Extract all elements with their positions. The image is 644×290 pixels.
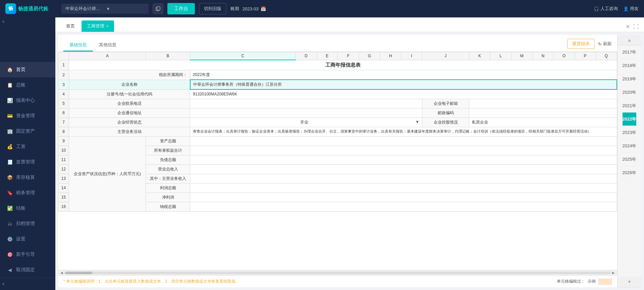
sidebar-scroll-down[interactable]: ▼ xyxy=(0,281,7,287)
cell-business-value[interactable]: 审查企业会计报表；出具审计报告；验证企业资本；出具验资报告；办理企业合开、分立、… xyxy=(190,127,617,136)
sidebar-item-inventory[interactable]: 📦库存核算 xyxy=(0,170,55,185)
tab-home[interactable]: 首页 xyxy=(61,20,80,32)
copy-button[interactable] xyxy=(153,3,163,14)
close-window-button[interactable]: ✕ xyxy=(626,23,630,30)
table-row: 4 注册号/统一社会信用代码 91320100MA208E5W6K xyxy=(58,89,617,99)
col-header-p: P xyxy=(575,52,596,60)
home-icon: 🏠 xyxy=(7,67,13,73)
sidebar-item-home[interactable]: 🏠首页 xyxy=(0,62,55,77)
sidebar-item-tax-mgmt[interactable]: 🔖税务管理 xyxy=(0,185,55,201)
col-header-i: I xyxy=(401,52,422,60)
sidebar-item-cancel-fix[interactable]: ◀取消固定 xyxy=(0,262,55,278)
sidebar-item-fund-mgmt[interactable]: 💳资金管理 xyxy=(0,108,55,124)
cell-control-value[interactable]: 私营企业 xyxy=(469,118,617,127)
workbench-button[interactable]: 工作台 xyxy=(167,3,195,14)
sidebar-items: 🏠首页📋总账📊报表中心💳资金管理🏢固定资产💰工资🧾发票管理📦库存核算🔖税务管理✅… xyxy=(0,62,55,278)
sidebar-item-invoice-mgmt[interactable]: 🧾发票管理 xyxy=(0,154,55,170)
year-item[interactable]: 2025年 xyxy=(623,153,637,166)
title-cell[interactable]: 工商年报信息表 xyxy=(69,60,617,70)
sidebar-item-label: 库存核算 xyxy=(16,174,35,180)
left-panel: 基础信息 其他信息 重置报表 ↻ 刷新 xyxy=(58,35,617,287)
sidebar-item-new-guide[interactable]: 🎯新手引导 xyxy=(0,247,55,262)
year-item[interactable]: 2021年 xyxy=(623,99,637,113)
cell-phone-value[interactable] xyxy=(190,99,422,108)
cell-equity-value[interactable] xyxy=(190,146,617,155)
cell-postcode-value[interactable] xyxy=(469,108,617,118)
col-header-n: N xyxy=(532,52,553,60)
user-menu[interactable]: 👤 用友 xyxy=(623,6,639,12)
consult-button[interactable]: 🎧 人工咨询 xyxy=(594,6,618,12)
calendar-icon[interactable]: 📅 xyxy=(261,6,266,11)
col-header-b: B xyxy=(146,52,190,60)
cell-address-value[interactable] xyxy=(190,108,422,118)
scrollbar-thumb[interactable] xyxy=(65,272,92,274)
spreadsheet-wrap[interactable]: A B C D E F G H I J xyxy=(58,52,617,270)
invoice-mgmt-icon: 🧾 xyxy=(7,159,13,165)
row-num: 15 xyxy=(58,193,69,202)
year-item[interactable]: 2017年 xyxy=(623,46,637,59)
company-selector[interactable]: 中审众环会计师事务所（特殊普通合伙.... ▼ xyxy=(61,4,149,14)
cell-total-assets-value[interactable] xyxy=(190,136,617,146)
sidebar-scroll: ▲ xyxy=(0,17,55,62)
year-item[interactable]: 2019年 xyxy=(623,72,637,86)
period-label: 账期 xyxy=(230,6,239,12)
topbar: 畅 畅捷通易代账 中审众环会计师事务所（特殊普通合伙.... ▼ 工作台 切到旧… xyxy=(0,0,644,17)
cell-liab-value[interactable] xyxy=(190,155,617,164)
switch-version-button[interactable]: 切到旧版 xyxy=(199,3,226,14)
sidebar-item-fixed-assets[interactable]: 🏢固定资产 xyxy=(0,124,55,139)
sidebar-item-close[interactable]: ✅结账 xyxy=(0,201,55,216)
scroll-left-arrow[interactable]: ◀ xyxy=(59,271,64,275)
cell-tax-period-label: 税款所属期间： xyxy=(69,70,190,80)
cell-net-profit-value[interactable] xyxy=(190,193,617,202)
cell-company-value[interactable]: 中审众环会计师事务所（特殊普通合伙）江苏分所 xyxy=(190,80,617,89)
col-header-m: M xyxy=(511,52,532,60)
sidebar-scroll-up[interactable]: ▲ xyxy=(0,17,7,24)
year-item[interactable]: 2026年 xyxy=(623,166,637,179)
reset-report-button[interactable]: 重置报表 xyxy=(567,39,595,49)
year-scroll-down[interactable]: ▼ xyxy=(618,277,641,287)
year-item[interactable]: 2018年 xyxy=(623,59,637,72)
sidebar-item-settings[interactable]: ⚙️设置 xyxy=(0,231,55,247)
tab-close-icon[interactable]: × xyxy=(106,24,109,28)
row-num: 8 xyxy=(58,127,69,136)
year-item[interactable]: 2024年 xyxy=(623,139,637,153)
cell-tax-total-value[interactable] xyxy=(190,202,617,211)
sidebar-item-salary[interactable]: 💰工资 xyxy=(0,139,55,154)
row-num: 2 xyxy=(58,70,69,80)
svg-rect-1 xyxy=(157,7,160,10)
cell-status-value[interactable]: 开业 ▼ xyxy=(190,118,422,127)
row-num: 16 xyxy=(58,202,69,211)
expand-window-button[interactable]: ⛶ xyxy=(633,24,639,30)
table-row: 3 企业名称 中审众环会计师事务所（特殊普通合伙）江苏分所 xyxy=(58,80,617,89)
scroll-right-arrow[interactable]: ▶ xyxy=(611,271,616,275)
horizontal-scrollbar[interactable]: ◀ ▶ xyxy=(58,270,617,275)
right-year-panel: ▲ 2017年2018年2019年2020年2021年2022年2023年202… xyxy=(617,35,641,287)
cell-tax-period-value[interactable]: 2022年度 xyxy=(190,70,617,80)
year-item[interactable]: 2023年 xyxy=(623,126,637,139)
cell-email-value[interactable] xyxy=(469,99,617,108)
col-header-c: C xyxy=(190,52,296,60)
year-scroll-up[interactable]: ▲ xyxy=(618,35,641,46)
sidebar-item-report-center[interactable]: 📊报表中心 xyxy=(0,93,55,108)
cell-business-label: 主营业务活动 xyxy=(69,127,190,136)
year-item[interactable]: 2020年 xyxy=(623,86,637,99)
row-num: 9 xyxy=(58,136,69,146)
sidebar-item-general-ledger[interactable]: 📋总账 xyxy=(0,77,55,93)
col-header-k: K xyxy=(469,52,490,60)
cell-status-label: 企业经营状态 xyxy=(69,118,190,127)
year-item[interactable]: 2022年 xyxy=(623,113,637,126)
cell-revenue-value[interactable] xyxy=(190,164,617,174)
refresh-button[interactable]: ↻ 刷新 xyxy=(598,41,612,47)
cell-total-assets-label: 资产总额 xyxy=(146,136,190,146)
sub-tab-other[interactable]: 其他信息 xyxy=(93,39,122,52)
edited-label: 单元格编辑过： xyxy=(557,279,585,284)
cell-regnum-value[interactable]: 91320100MA208E5W6K xyxy=(190,89,617,99)
tab-gongshang[interactable]: 工商管理 × xyxy=(82,20,114,32)
archive-icon: 🗂 xyxy=(7,221,13,227)
cell-main-revenue-value[interactable] xyxy=(190,174,617,183)
sidebar-item-archive[interactable]: 🗂归档管理 xyxy=(0,216,55,231)
cell-profit-value[interactable] xyxy=(190,183,617,193)
cell-tax-total-label: 纳税总额 xyxy=(146,202,190,211)
example-cell xyxy=(598,279,612,285)
sub-tab-basic[interactable]: 基础信息 xyxy=(63,39,93,52)
